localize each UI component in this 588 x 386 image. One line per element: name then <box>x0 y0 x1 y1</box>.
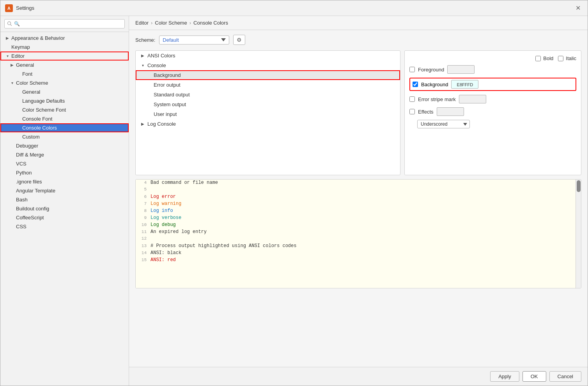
line-content: # Process output highlighted using ANSI … <box>151 243 296 249</box>
gear-button[interactable]: ⚙ <box>233 35 245 45</box>
error-stripe-label: Error stripe mark <box>418 96 456 102</box>
sidebar-tree: ▶ Appearance & Behavior Keymap ▾ Editor … <box>0 32 129 386</box>
breadcrumb-sep-1: › <box>151 20 152 26</box>
scheme-label: Scheme: <box>135 37 155 43</box>
background-checkbox[interactable] <box>413 82 418 87</box>
color-tree-item-console[interactable]: ▾ Console <box>136 60 400 70</box>
line-number: 10 <box>139 222 147 227</box>
sidebar-item-console-colors[interactable]: Console Colors <box>0 123 129 132</box>
error-stripe-swatch[interactable] <box>459 95 486 103</box>
line-content: Log verbose <box>151 215 181 221</box>
scheme-select[interactable]: Default Darcula High contrast Monokai <box>159 36 229 44</box>
color-tree-item-standard-output[interactable]: Standard output <box>136 90 400 100</box>
color-tree-item-ansi[interactable]: ▶ ANSI Colors <box>136 51 400 60</box>
scheme-row: Scheme: Default Darcula High contrast Mo… <box>135 35 581 45</box>
color-tree-panel: ▶ ANSI Colors ▾ Console Background <box>135 50 400 175</box>
sidebar-item-color-scheme[interactable]: ▾ Color Scheme <box>0 78 129 87</box>
preview-code: 4 Bad command or file name 5 6 Log error <box>136 180 420 288</box>
sidebar-item-debugger[interactable]: Debugger <box>0 141 129 150</box>
italic-label: Italic <box>566 55 576 61</box>
sidebar-item-cs-general[interactable]: General <box>0 87 129 96</box>
effects-label: Effects <box>418 109 434 115</box>
sidebar-item-general[interactable]: ▶ General <box>0 60 129 69</box>
apply-button[interactable]: Apply <box>490 371 519 382</box>
line-content: Log info <box>151 208 173 213</box>
color-tree-label: Standard output <box>154 92 190 98</box>
preview-line-10: 10 Log debug <box>136 222 420 229</box>
color-tree-item-error-output[interactable]: Error output <box>136 80 400 90</box>
sidebar-item-font[interactable]: Font <box>0 69 129 78</box>
preview-scrollbar[interactable] <box>576 180 581 288</box>
ok-button[interactable]: OK <box>522 371 546 382</box>
expand-arrow: ▶ <box>10 63 14 67</box>
sidebar-item-label: Console Font <box>22 116 126 122</box>
preview-line-14: 14 ANSI: black <box>136 250 420 257</box>
sidebar-item-bash[interactable]: Bash <box>0 195 129 204</box>
sidebar-item-python[interactable]: Python <box>0 168 129 177</box>
sidebar-item-buildout[interactable]: Buildout config <box>0 204 129 213</box>
sidebar-item-appearance[interactable]: ▶ Appearance & Behavior <box>0 34 129 43</box>
line-number: 4 <box>139 180 147 185</box>
line-number: 11 <box>139 229 147 234</box>
right-panel: Editor › Color Scheme › Console Colors S… <box>129 16 588 386</box>
foreground-checkbox[interactable] <box>409 67 415 72</box>
effects-checkbox[interactable] <box>409 109 415 114</box>
sidebar-item-label: Custom <box>22 134 126 140</box>
bold-italic-row: Bold Italic <box>409 55 576 61</box>
sidebar-item-editor[interactable]: ▾ Editor <box>0 52 129 60</box>
color-tree-item-background[interactable]: Background <box>136 70 400 80</box>
preview-line-12: 12 <box>136 236 420 243</box>
line-content: Bad command or file name <box>151 180 218 185</box>
color-tree-item-system-output[interactable]: System output <box>136 100 400 109</box>
sidebar-item-label: Diff & Merge <box>16 152 126 158</box>
sidebar-item-label: General <box>22 89 126 95</box>
sidebar-item-keymap[interactable]: Keymap <box>0 43 129 52</box>
cancel-button[interactable]: Cancel <box>549 371 581 382</box>
sidebar-item-vcs[interactable]: VCS <box>0 159 129 168</box>
panel-body: Scheme: Default Darcula High contrast Mo… <box>129 30 588 367</box>
sidebar-item-label: .ignore files <box>16 179 126 185</box>
scrollbar-thumb <box>577 180 581 192</box>
breadcrumb-editor: Editor <box>135 20 149 26</box>
line-number: 12 <box>139 236 147 241</box>
background-swatch[interactable]: E8FFFD <box>451 80 478 89</box>
sidebar-item-console-font[interactable]: Console Font <box>0 114 129 123</box>
preview-line-9: 9 Log verbose <box>136 215 420 222</box>
color-tree-label: Console <box>147 62 166 68</box>
main-content: ▶ Appearance & Behavior Keymap ▾ Editor … <box>0 16 588 386</box>
sidebar-item-label: Appearance & Behavior <box>11 35 126 41</box>
sidebar-item-custom[interactable]: Custom <box>0 132 129 141</box>
line-number: 7 <box>139 201 147 206</box>
foreground-swatch[interactable] <box>447 65 475 74</box>
line-content: ANSI: black <box>151 250 181 256</box>
breadcrumb-bar: Editor › Color Scheme › Console Colors <box>129 16 588 30</box>
sidebar-item-diff-merge[interactable]: Diff & Merge <box>0 150 129 159</box>
title-bar-left: A Settings <box>5 4 34 12</box>
background-row: Background E8FFFD <box>409 78 576 91</box>
bold-checkbox[interactable] <box>535 56 541 61</box>
preview-line-7: 7 Log warning <box>136 201 420 208</box>
error-stripe-row: Error stripe mark <box>409 95 576 103</box>
expand-arrow: ▶ <box>140 53 145 58</box>
sidebar-item-lang-defaults[interactable]: Language Defaults <box>0 96 129 105</box>
preview-line-8: 8 Log info <box>136 208 420 215</box>
sidebar-item-css[interactable]: CSS <box>0 222 129 231</box>
close-button[interactable]: ✕ <box>573 4 583 12</box>
sidebar-item-coffeescript[interactable]: CoffeeScript <box>0 213 129 222</box>
sidebar-item-label: Bash <box>16 197 126 203</box>
foreground-label: Foreground <box>418 67 444 73</box>
preview-right <box>420 180 576 288</box>
sidebar-item-ignore[interactable]: .ignore files <box>0 177 129 186</box>
sidebar-item-angular[interactable]: Angular Template <box>0 186 129 195</box>
effects-dropdown[interactable]: Underscored Bold underscored Bordered St… <box>417 120 470 128</box>
color-tree-item-log-console[interactable]: ▶ Log Console <box>136 119 400 129</box>
settings-window: A Settings ✕ ▶ Appearance & Behavior Key… <box>0 0 588 386</box>
effects-dropdown-container: Underscored Bold underscored Bordered St… <box>409 120 576 128</box>
error-stripe-checkbox[interactable] <box>409 96 415 102</box>
color-tree-item-user-input[interactable]: User input <box>136 109 400 119</box>
effects-swatch[interactable] <box>437 107 464 116</box>
search-input[interactable] <box>4 19 125 28</box>
color-tree-label: Error output <box>154 82 181 88</box>
italic-checkbox[interactable] <box>558 56 563 61</box>
sidebar-item-cs-font[interactable]: Color Scheme Font <box>0 105 129 114</box>
